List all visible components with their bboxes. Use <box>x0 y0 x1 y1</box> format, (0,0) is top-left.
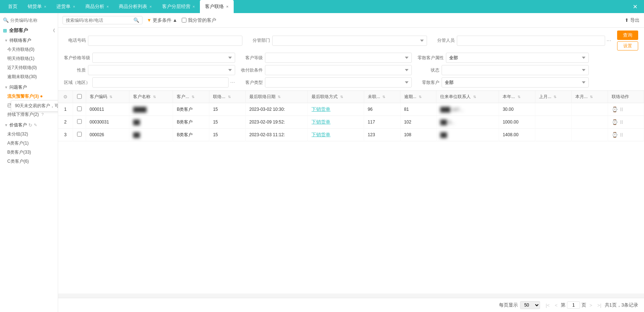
collapse-icon[interactable]: 《 <box>51 28 55 33</box>
th-type[interactable]: 客户... ⇅ <box>173 91 209 103</box>
page-input[interactable] <box>567 301 580 309</box>
cell-checkbox <box>73 116 86 129</box>
sidebar-item-today-contact[interactable]: 今天待联络(0) <box>0 45 58 54</box>
sidebar-search-wrap: 🔍 <box>0 16 58 24</box>
th-overdue[interactable]: 逾期... ⇅ <box>400 91 436 103</box>
contact-action-icon[interactable]: ⌚ <box>612 106 618 112</box>
sidebar-item-tomorrow-contact[interactable]: 明天待联络(1) <box>0 54 58 63</box>
contact-person: ██ <box>440 132 447 138</box>
first-page-button[interactable]: |< <box>544 302 551 309</box>
tab-analysis[interactable]: 商品分析 × <box>80 0 114 13</box>
contact-type-link[interactable]: 下销货单 <box>311 132 330 137</box>
edit-icon[interactable]: ✎ <box>34 123 37 127</box>
table-settings-icon[interactable]: ⚙ <box>63 94 68 100</box>
sidebar-item-class-b[interactable]: B类客户(33) <box>0 148 58 157</box>
row-checkbox[interactable] <box>77 132 82 137</box>
zero-customer-select[interactable]: 全部 <box>442 77 589 88</box>
price-level-select[interactable] <box>92 53 235 63</box>
more-actions-icon[interactable]: ⁞⁞ <box>620 132 623 138</box>
close-icon[interactable]: × <box>73 4 75 9</box>
close-icon[interactable]: × <box>106 4 109 9</box>
th-code[interactable]: 客户编码 ⇅ <box>86 91 129 103</box>
sort-icon: ⇅ <box>419 95 422 99</box>
region-input[interactable] <box>92 77 229 88</box>
contact-type-link[interactable]: 下销货单 <box>311 106 330 112</box>
settings-button[interactable]: 设置 <box>617 41 638 50</box>
sidebar-item-losing-customers[interactable]: 流失预警客户(3) ● <box>0 92 58 101</box>
action-buttons: ⌚ ⁞⁞ <box>612 106 640 112</box>
content-area: 🔍 ▼ 更多条件 ▲ 我分管的客户 ⬆ 导出 电话号码 <box>58 13 644 312</box>
th-contact-person[interactable]: 往来单位联系人 ⇅ <box>436 91 499 103</box>
tab-purchase[interactable]: 进货单 × <box>51 0 80 13</box>
export-button[interactable]: ⬆ 导出 <box>625 17 640 24</box>
tab-sales[interactable]: 销货单 × <box>23 0 51 13</box>
search-icon[interactable]: 🔍 <box>133 17 139 23</box>
cell-name: ██ <box>129 129 173 141</box>
query-button[interactable]: 查询 <box>617 31 638 40</box>
th-uncontacted[interactable]: 未联... ⇅ <box>364 91 400 103</box>
row-checkbox[interactable] <box>77 119 82 124</box>
next-page-button[interactable]: > <box>588 302 594 309</box>
th-name[interactable]: 客户名称 ⇅ <box>129 91 173 103</box>
more-actions-icon[interactable]: ⁞⁞ <box>620 119 623 125</box>
status-select[interactable] <box>442 65 589 75</box>
group-pending-contact-label[interactable]: ▼ 待联络客户 <box>0 36 58 45</box>
my-customers-checkbox[interactable] <box>182 18 186 23</box>
dept-select[interactable] <box>272 36 427 46</box>
person-input[interactable] <box>457 36 605 46</box>
sort-icon: ⇅ <box>278 95 281 99</box>
th-this-year[interactable]: 本年... ⇅ <box>499 91 535 103</box>
cell-last-contact-date: 2023-02-09 19:52: <box>245 116 307 129</box>
row-checkbox[interactable] <box>77 106 82 111</box>
tab-customer-segment[interactable]: 客户分层经营 × <box>157 0 200 13</box>
status-label: 状态 <box>418 67 439 73</box>
customer-level-label: 客户等级 <box>241 55 263 61</box>
search-input[interactable] <box>66 18 132 23</box>
customer-type-select[interactable] <box>265 77 412 88</box>
sidebar-item-week-contact[interactable]: 近7天待联络(0) <box>0 63 58 72</box>
close-icon[interactable]: × <box>226 4 228 9</box>
select-all-checkbox[interactable] <box>77 94 82 99</box>
person-more-icon[interactable]: ··· <box>607 37 611 44</box>
customer-level-select[interactable] <box>265 53 412 63</box>
contact-action-icon[interactable]: ⌚ <box>612 132 618 138</box>
sidebar-item-class-a[interactable]: A类客户(1) <box>0 139 58 148</box>
sidebar-search-input[interactable] <box>10 18 55 23</box>
nature-select[interactable] <box>88 65 235 75</box>
th-actions: 联络动作 <box>608 91 644 103</box>
sidebar-item-overdue-contact[interactable]: 逾期未联络(30) <box>0 72 58 81</box>
zero-attr-select[interactable]: 全部 <box>446 53 589 63</box>
th-this-month[interactable]: 本月... ⇅ <box>571 91 608 103</box>
group-value-label[interactable]: ▼ 价值客户 ↻ ✎ <box>0 121 58 130</box>
th-contact[interactable]: 联络... ⇅ <box>209 91 246 103</box>
region-more-icon[interactable]: ··· <box>230 79 235 86</box>
sidebar-item-unclassified[interactable]: 未分组(32) <box>0 130 58 139</box>
contact-action-icon[interactable]: ⌚ <box>612 119 618 125</box>
phone-label: 电话号码 <box>64 37 86 44</box>
window-close-button[interactable]: ✕ <box>629 3 641 10</box>
group-problem-label[interactable]: ▼ 问题客户 <box>0 83 58 92</box>
last-page-button[interactable]: >| <box>596 302 603 309</box>
close-icon[interactable]: × <box>44 4 46 9</box>
payment-select[interactable] <box>265 65 412 75</box>
page-size-select[interactable]: 50 100 <box>520 301 540 309</box>
tab-analysis-list[interactable]: 商品分析列表 × <box>114 0 157 13</box>
more-filter-button[interactable]: ▼ 更多条件 ▲ <box>147 17 177 24</box>
all-customers-header[interactable]: ⊞ 全部客户 《 <box>0 26 58 35</box>
refresh-icon[interactable]: ↻ <box>28 122 32 128</box>
group-pending-contact: ▼ 待联络客户 今天待联络(0) 明天待联络(1) 近7天待联络(0) 逾期未联… <box>0 35 58 82</box>
question-icon: ? <box>41 112 44 117</box>
phone-input[interactable] <box>88 36 242 46</box>
th-last-month[interactable]: 上月... ⇅ <box>535 91 571 103</box>
tab-home[interactable]: 首页 <box>3 0 23 13</box>
tab-customer-link[interactable]: 客户联络 × <box>200 0 233 13</box>
th-last-contact-type[interactable]: 最后联络方式 ⇅ <box>308 91 364 103</box>
more-actions-icon[interactable]: ⁞⁞ <box>620 106 623 112</box>
contact-type-link[interactable]: 下销货单 <box>311 119 330 125</box>
close-icon[interactable]: × <box>149 4 152 9</box>
th-last-contact-date[interactable]: 最后联络日期 ⇅ <box>245 91 307 103</box>
close-icon[interactable]: × <box>193 4 195 9</box>
prev-page-button[interactable]: < <box>553 302 559 309</box>
horizontal-scrollbar[interactable] <box>58 293 644 298</box>
sidebar-item-class-c[interactable]: C类客户(6) <box>0 157 58 166</box>
